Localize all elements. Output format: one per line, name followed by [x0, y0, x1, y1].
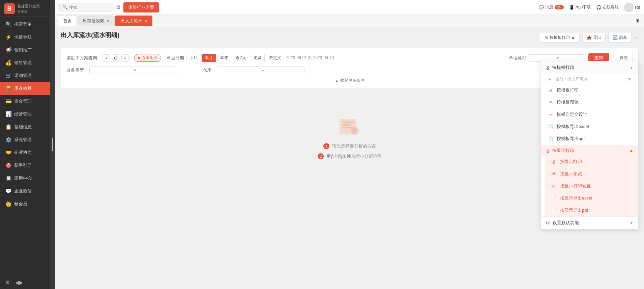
date-btn-上月[interactable]: 上月 — [186, 54, 200, 62]
sidebar-item-marketing[interactable]: 📢营销推广 — [0, 44, 50, 56]
sidebar-icon-search: 🔍 — [5, 21, 11, 27]
template-pdf-label: 按模板导出pdf — [557, 136, 585, 142]
date-btn-本月[interactable]: 本月 — [202, 54, 216, 62]
settings-gear-icon[interactable]: ⚙ — [116, 4, 121, 10]
business-type-select[interactable]: ▼ — [89, 67, 177, 74]
sidebar-item-member[interactable]: 👑畅会员 — [0, 198, 50, 210]
tab-close-flow[interactable]: ✕ — [144, 19, 147, 23]
sub-header-arrow[interactable]: ▲ — [629, 148, 634, 153]
footer-arrow: ▼ — [629, 220, 634, 226]
sidebar-item-sales[interactable]: 💰销售管理 — [0, 56, 50, 69]
app-download-icon: 📱 — [569, 5, 574, 10]
filter-settings-button[interactable]: ⚙ — [112, 54, 119, 62]
print-template-button[interactable]: 🖨 按模板打印 ▲ — [540, 33, 580, 43]
tab-flow[interactable]: 出入库流水✕ — [115, 16, 152, 26]
sidebar-label-search: 搜索菜单 — [14, 21, 32, 27]
topbar-actions: 💬 消息 99+ 📱 App下载 🎧 在线客服 Rit — [539, 3, 640, 12]
chevron-up-icon-2: ▲ — [335, 78, 339, 83]
dropdown-item-display-excel[interactable]: 📄按显示导出excel — [545, 192, 638, 204]
dropdown-item-display-settings[interactable]: ⚙按显示打印设置 — [545, 180, 638, 192]
sidebar-item-apps[interactable]: 🔲应用中心 — [0, 172, 50, 185]
sidebar-scroll[interactable] — [50, 0, 55, 289]
sidebar-item-guide[interactable]: 🎯新手引导 — [0, 159, 50, 172]
sidebar-item-search[interactable]: 🔍搜索菜单 — [0, 18, 50, 31]
dropdown-item-display-print[interactable]: 🖨按显示打印 — [545, 156, 638, 168]
tag-dot — [138, 57, 140, 59]
sidebar-item-finance[interactable]: 💳资金管理 — [0, 95, 50, 108]
search-input[interactable] — [69, 5, 103, 10]
footer-settings-icon: ⚙ — [546, 220, 550, 226]
filter-add-button[interactable]: + — [103, 54, 110, 62]
filter-collapse-button[interactable]: « — [121, 54, 129, 62]
sidebar-icon-wechat: 💬 — [5, 188, 11, 194]
dropdown-item-template-preview[interactable]: 👁按模板预览 — [541, 96, 638, 108]
sidebar-icon-basic: 📋 — [5, 124, 11, 130]
print-dropdown-panel: 🖨 按模板打印 ▲ 🖨 当前：出入库流水 ▼ 🖨按模板打印👁按模板预览✏模板自定… — [541, 61, 639, 229]
sidebar-item-operations[interactable]: 📊经营管理 — [0, 108, 50, 121]
dropdown-current-item[interactable]: 🖨 当前：出入库流水 ▼ — [541, 74, 638, 84]
page-title: 出入库流水(流水明细) — [61, 31, 119, 39]
more-options-icon[interactable]: ··· — [261, 68, 301, 73]
dropdown-item-display-preview[interactable]: 👁按显示预览 — [545, 168, 638, 180]
display-print-header: 🖨 按显示打印 ▲ — [541, 145, 638, 156]
sidebar-label-member: 畅会员 — [14, 201, 27, 207]
sidebar: B 畅捷通好生意 标准版 🔍搜索菜单⚡快捷导航📢营销推广💰销售管理🛒采购管理📦库… — [0, 0, 50, 289]
refresh-button[interactable]: 🔄 刷新 — [608, 33, 632, 43]
settings-icon[interactable]: ⚙ — [5, 280, 10, 286]
date-btn-本年[interactable]: 本年 — [217, 54, 231, 62]
display-items-list: 🖨按显示打印👁按显示预览⚙按显示打印设置📄按显示导出excel📄按显示导出pdf — [541, 156, 638, 216]
search-box[interactable]: 🔍 — [59, 3, 113, 11]
sidebar-item-quick-nav[interactable]: ⚡快捷导航 — [0, 31, 50, 44]
date-btn-更多[interactable]: 更多 — [251, 54, 265, 62]
sidebar-item-inventory[interactable]: 📦库存核算 — [0, 82, 50, 95]
main-area: 🔍 ⚙ 体验行业方案 💬 消息 99+ 📱 App下载 🎧 在线客服 — [55, 0, 644, 289]
sidebar-item-cooperation[interactable]: 🤝企业协同 — [0, 146, 50, 159]
current-label-icon: 🖨 — [548, 77, 552, 82]
sidebar-icon-apps: 🔲 — [5, 175, 11, 181]
avatar — [624, 3, 634, 12]
sidebar-icon-operations: 📊 — [5, 111, 11, 117]
chevron-down-icon-2: ▼ — [133, 68, 174, 72]
app-download-action[interactable]: 📱 App下载 — [569, 4, 591, 10]
message-badge: 99+ — [555, 5, 564, 9]
dropdown-item-template-print[interactable]: 🖨按模板打印 — [541, 84, 638, 96]
sidebar-item-basic[interactable]: 📋基础信息 — [0, 121, 50, 133]
dropdown-item-template-pdf[interactable]: 📄按模板导出pdf — [541, 133, 638, 145]
trial-button[interactable]: 体验行业方案 — [123, 2, 159, 12]
sidebar-label-apps: 应用中心 — [14, 175, 32, 181]
refresh-icon: 🔄 — [613, 35, 618, 40]
filter-tag[interactable]: 流水明细 — [134, 54, 161, 62]
sidebar-icon-purchase: 🛒 — [5, 73, 11, 79]
template-excel-label: 按模板导出excel — [557, 124, 589, 130]
dropdown-footer[interactable]: ⚙ 设置默认功能 ▼ — [541, 216, 638, 229]
export-button[interactable]: 📤 导出 — [582, 33, 606, 43]
dropdown-item-display-pdf[interactable]: 📄按显示导出pdf — [545, 204, 638, 216]
message-action[interactable]: 💬 消息 99+ — [539, 4, 564, 10]
dropdown-item-template-excel[interactable]: 📄按模板导出excel — [541, 121, 638, 133]
sidebar-label-basic: 基础信息 — [14, 124, 32, 130]
sidebar-icon-cooperation: 🤝 — [5, 150, 11, 156]
dropdown-item-template-custom[interactable]: ✏模板自定义设计 — [541, 108, 638, 121]
empty-step-1: 1 请先选择要分析的方案 — [323, 143, 376, 149]
date-btn-自定义[interactable]: 自定义 — [266, 54, 284, 62]
sidebar-item-wechat[interactable]: 💬企业微信 — [0, 185, 50, 198]
topbar: 🔍 ⚙ 体验行业方案 💬 消息 99+ 📱 App下载 🎧 在线客服 — [55, 0, 644, 15]
empty-illustration: ? — [336, 112, 363, 139]
search-icon: 🔍 — [62, 5, 68, 10]
collapse-icon[interactable]: ◀▶ — [15, 280, 23, 286]
online-service-action[interactable]: 🎧 在线客服 — [596, 4, 619, 10]
display-print-label: 按显示打印 — [560, 159, 582, 165]
date-btn-近7天[interactable]: 近7天 — [233, 54, 249, 62]
tag-label: 流水明细 — [141, 55, 157, 61]
tab-batch-account[interactable]: 库存批次账✕ — [78, 16, 115, 26]
more-icon[interactable]: ··· — [634, 34, 639, 41]
user-avatar-action[interactable]: Rit — [624, 3, 640, 12]
sidebar-item-system[interactable]: ⚙️系统管理 — [0, 133, 50, 146]
dropdown-close-arrow[interactable]: ▲ — [629, 65, 634, 70]
display-pdf-label: 按显示导出pdf — [560, 207, 588, 213]
sidebar-item-purchase[interactable]: 🛒采购管理 — [0, 69, 50, 82]
tab-expand-icon[interactable]: ⊞ — [633, 17, 641, 25]
warehouse-field[interactable]: ··· — [217, 66, 304, 74]
tab-home[interactable]: 首页 — [58, 16, 77, 26]
tab-close-batch-account[interactable]: ✕ — [107, 19, 110, 23]
